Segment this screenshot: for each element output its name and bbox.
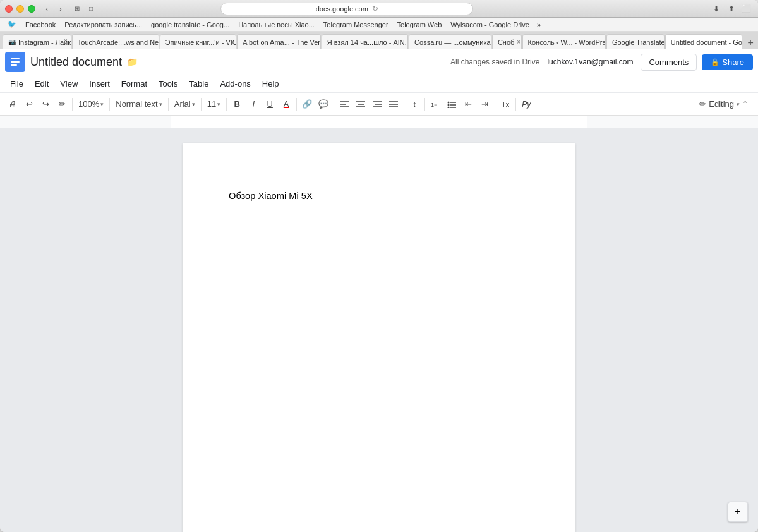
tab-label: Google Translate [612, 39, 665, 46]
indent-more-button[interactable]: ⇥ [477, 96, 492, 112]
menu-format[interactable]: Format [116, 77, 152, 90]
bold-button[interactable]: B [229, 96, 244, 112]
comment-button[interactable]: 💬 [316, 96, 331, 112]
url-bar[interactable]: docs.google.com ↻ [220, 3, 473, 15]
upload-icon[interactable]: ⬆ [725, 4, 738, 14]
paint-format-button[interactable]: ✏ [54, 96, 69, 112]
size-select[interactable]: 11 ▾ [204, 96, 224, 112]
tabs-bar: 📷 Instagram - Лайки × TouchArcade:...ws … [0, 32, 758, 49]
bookmark-twitter[interactable]: 🐦 [4, 20, 20, 29]
bookmark-facebook[interactable]: Facebook [21, 20, 59, 29]
tab-epic[interactable]: Эпичные книг...'и - VICE × [160, 34, 237, 49]
tab-translate[interactable]: Google Translate × [606, 34, 665, 49]
user-account[interactable]: luchkov.1van@gmail.com [547, 57, 633, 66]
clear-format-button[interactable]: Tx [498, 96, 513, 112]
document-content[interactable]: Обзор Xiaomi Mi 5X [229, 189, 529, 203]
tab-toucharcade[interactable]: TouchArcade:...ws and News × [72, 34, 159, 49]
align-right-button[interactable] [370, 96, 385, 112]
svg-point-17 [448, 106, 450, 108]
comments-button[interactable]: Comments [641, 54, 697, 71]
tab-snob[interactable]: Сноб × [492, 34, 522, 49]
underline-button[interactable]: U [262, 96, 277, 112]
separator-9 [424, 98, 425, 111]
size-arrow-icon: ▾ [217, 101, 220, 107]
share-button[interactable]: 🔒 Share [702, 54, 753, 70]
menu-edit[interactable]: Edit [30, 77, 54, 90]
font-value: Arial [174, 99, 191, 109]
font-arrow-icon: ▾ [192, 101, 195, 107]
tab-docs-active[interactable]: Untitled document - Go... × [665, 34, 742, 49]
separator-6 [296, 98, 297, 111]
undo-button[interactable]: ↩ [21, 96, 37, 112]
align-left-button[interactable] [337, 96, 352, 112]
download-icon[interactable]: ⬇ [710, 4, 723, 14]
bookmark-telegram-web[interactable]: Telegram Web [394, 20, 446, 29]
document-title[interactable]: Untitled document [30, 56, 122, 69]
document-page[interactable]: Обзор Xiaomi Mi 5X [183, 143, 575, 532]
doc-area[interactable]: Обзор Xiaomi Mi 5X + [0, 128, 758, 532]
tab-abot[interactable]: A bot on Ama... - The Verge × [237, 34, 320, 49]
tab-favicon: 📷 [8, 39, 16, 46]
refresh-icon[interactable]: ↻ [372, 4, 378, 13]
numbered-list-button[interactable]: 1≡ [428, 96, 443, 112]
resize-icon[interactable]: ⬜ [740, 4, 753, 14]
browser-window: ‹ › ⊞ □ docs.google.com ↻ ⬇ ⬆ ⬜ 🐦 Редакт… [0, 0, 758, 532]
text-color-button[interactable]: A [279, 96, 294, 112]
separator-8 [404, 98, 404, 111]
zoom-select[interactable]: 100% ▾ [75, 96, 107, 112]
editing-mode-button[interactable]: ✏ Editing ▾ ⌃ [694, 97, 753, 111]
minimize-button[interactable] [16, 5, 24, 13]
tab-wordpress[interactable]: Консоль ‹ W... - WordPress × [522, 34, 606, 49]
floating-action-button[interactable]: + [728, 502, 748, 522]
tab-cossa[interactable]: Cossa.ru — ...оммуникаци × [409, 34, 491, 49]
print-button[interactable]: 🖨 [5, 96, 20, 112]
tab-instagram[interactable]: 📷 Instagram - Лайки × [3, 34, 71, 49]
bookmark-drive[interactable]: Wylsacom - Google Drive [447, 20, 533, 29]
folder-icon[interactable]: 📁 [127, 57, 138, 67]
tab-label: A bot on Ama... - The Verge [243, 39, 320, 46]
bookmarks-more[interactable]: » [534, 20, 543, 29]
new-tab-button[interactable]: + [745, 37, 755, 49]
indent-less-button[interactable]: ⇤ [460, 96, 476, 112]
maximize-button[interactable] [28, 5, 35, 13]
redo-button[interactable]: ↪ [38, 96, 53, 112]
bookmark-translate[interactable]: google translate - Goog... [147, 20, 233, 29]
line-spacing-button[interactable]: ↕ [407, 96, 422, 112]
zoom-arrow-icon: ▾ [100, 101, 104, 107]
menu-tools[interactable]: Tools [153, 77, 183, 90]
spell-check-button[interactable]: Ру [519, 96, 534, 112]
menu-insert[interactable]: Insert [84, 77, 115, 90]
separator-5 [226, 98, 227, 111]
separator-11 [515, 98, 516, 111]
collapse-icon: ⌃ [742, 100, 748, 108]
menu-table[interactable]: Table [184, 77, 214, 90]
bullet-list-button[interactable] [444, 96, 459, 112]
link-button[interactable]: 🔗 [299, 96, 315, 112]
pencil-icon: ✏ [699, 99, 706, 109]
style-value: Normal text [116, 99, 157, 109]
zoom-value: 100% [78, 99, 99, 109]
tab-ain[interactable]: Я взял 14 ча...шло - AIN.UA × [322, 34, 408, 49]
grid-button[interactable]: ⊞ [71, 4, 83, 14]
tab-close-icon[interactable]: × [517, 39, 520, 45]
italic-button[interactable]: I [246, 96, 261, 112]
sidebar-button[interactable]: □ [85, 4, 97, 14]
bookmark-edit[interactable]: Редактировать запись... [61, 20, 146, 29]
font-select[interactable]: Arial ▾ [171, 96, 198, 112]
bookmark-telegram[interactable]: Telegram Messenger [320, 20, 392, 29]
menu-view[interactable]: View [55, 77, 83, 90]
menu-addons[interactable]: Add-ons [215, 77, 255, 90]
menu-help[interactable]: Help [257, 77, 284, 90]
bookmark-xiaomi[interactable]: Напольные весы Xiao... [234, 20, 318, 29]
align-center-button[interactable] [353, 96, 368, 112]
svg-text:1≡: 1≡ [431, 102, 437, 108]
close-button[interactable] [5, 5, 13, 13]
align-justify-button[interactable] [386, 96, 401, 112]
forward-button[interactable]: › [54, 4, 67, 14]
menu-file[interactable]: File [5, 77, 28, 90]
ruler [0, 116, 758, 128]
logo-line-3 [11, 64, 17, 66]
back-button[interactable]: ‹ [40, 4, 53, 14]
style-select[interactable]: Normal text ▾ [112, 96, 165, 112]
document-text[interactable]: Обзор Xiaomi Mi 5X [229, 189, 529, 203]
